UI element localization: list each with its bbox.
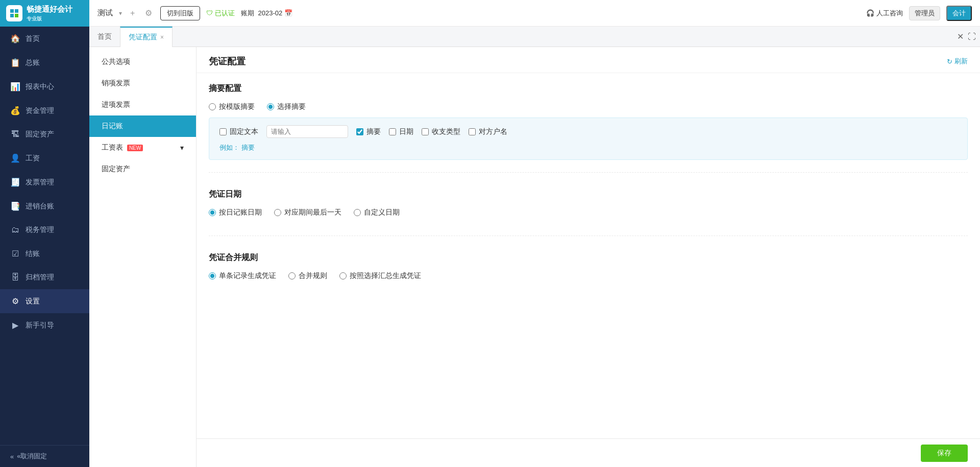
merge-option1-label: 单条记录生成凭证	[219, 271, 276, 281]
sidebar-unpin[interactable]: « «取消固定	[0, 445, 89, 467]
sidebar-scroll: 🏠 首页 📋 总账 📊 报表中心 💰 资金管理 🏗 固定资产 👤 工资 🧾 发票…	[0, 27, 89, 445]
income-checkbox[interactable]	[422, 128, 429, 135]
counterpart-checkbox-label[interactable]: 对方户名	[469, 127, 507, 136]
sidebar-item-invoice[interactable]: 🧾 发票管理	[0, 170, 89, 194]
example-text: 例如： 摘要	[219, 143, 957, 152]
svg-rect-0	[10, 9, 14, 13]
tab-config-label: 凭证配置	[129, 33, 157, 42]
period-label: 账期 2023-02 📅	[241, 9, 292, 18]
summary-options: 按模版摘要 选择摘要	[209, 102, 968, 111]
merge-radio1[interactable]	[209, 272, 216, 279]
date-checkbox-label[interactable]: 日期	[389, 127, 413, 136]
counterpart-checkbox-label-text: 对方户名	[479, 127, 507, 136]
sidebar-item-report[interactable]: 📊 报表中心	[0, 75, 89, 99]
nav-payroll[interactable]: 工资表 NEW ▾	[89, 137, 196, 158]
nav-payroll-label: 工资表	[102, 143, 123, 151]
summary-option2-label: 选择摘要	[277, 102, 306, 111]
merge-option1[interactable]: 单条记录生成凭证	[209, 271, 276, 281]
summary-checkbox-label[interactable]: 摘要	[356, 127, 381, 136]
tab-config-close[interactable]: ×	[160, 34, 164, 41]
summary-title: 摘要配置	[209, 83, 968, 94]
income-checkbox-label[interactable]: 收支类型	[422, 127, 460, 136]
merge-radio2[interactable]	[288, 272, 296, 279]
sidebar-label-settings: 设置	[26, 297, 40, 306]
fixed-text-input[interactable]	[266, 125, 348, 138]
close-main-icon[interactable]: ✕	[957, 32, 964, 41]
sidebar-item-archive[interactable]: 🗄 归档管理	[0, 266, 89, 289]
date-option1-label: 按日记账日期	[219, 208, 262, 217]
nav-sales[interactable]: 销项发票	[89, 73, 196, 94]
accountant-button[interactable]: 会计	[946, 6, 972, 21]
date-option2[interactable]: 对应期间最后一天	[274, 208, 341, 217]
company-dropdown-icon[interactable]: ▾	[119, 10, 122, 17]
bottom-bar: 保存	[197, 438, 980, 467]
settings-gear-icon[interactable]: ⚙	[143, 6, 154, 20]
assets-icon: 🏗	[10, 130, 20, 139]
summary-option2[interactable]: 选择摘要	[267, 102, 306, 111]
date-option3[interactable]: 自定义日期	[354, 208, 400, 217]
sidebar-label-invoice: 发票管理	[26, 178, 54, 187]
switch-old-button[interactable]: 切到旧版	[160, 6, 200, 20]
sidebar-item-settings[interactable]: ⚙ 设置	[0, 289, 89, 313]
refresh-label: 刷新	[954, 57, 968, 66]
sidebar-item-trade[interactable]: 📑 进销台账	[0, 194, 89, 218]
summary-radio1[interactable]	[209, 103, 216, 110]
sidebar-item-ledger[interactable]: 📋 总账	[0, 51, 89, 75]
fixed-text-checkbox[interactable]	[219, 128, 227, 135]
svg-rect-3	[15, 14, 18, 17]
sidebar-item-capital[interactable]: 💰 资金管理	[0, 99, 89, 123]
admin-button[interactable]: 管理员	[909, 6, 940, 20]
date-option1[interactable]: 按日记账日期	[209, 208, 262, 217]
summary-checkbox[interactable]	[356, 128, 363, 135]
summary-radio2[interactable]	[267, 103, 274, 110]
sidebar-item-salary[interactable]: 👤 工资	[0, 146, 89, 170]
sidebar-item-assets[interactable]: 🏗 固定资产	[0, 123, 89, 146]
merge-title: 凭证合并规则	[209, 252, 968, 263]
nav-purchase[interactable]: 进项发票	[89, 94, 196, 115]
date-options: 按日记账日期 对应期间最后一天 自定义日期	[209, 208, 968, 217]
fullscreen-icon[interactable]: ⛶	[968, 32, 976, 41]
save-button[interactable]: 保存	[921, 445, 968, 462]
refresh-button[interactable]: ↻ 刷新	[947, 57, 968, 66]
sidebar-logo: 畅捷通好会计 专业版	[0, 0, 89, 27]
add-button[interactable]: +	[128, 7, 137, 20]
counterpart-checkbox[interactable]	[469, 128, 476, 135]
merge-option2[interactable]: 合并规则	[288, 271, 327, 281]
report-icon: 📊	[10, 82, 20, 91]
closing-icon: ☑	[10, 249, 20, 259]
sidebar-item-guide[interactable]: ▶ 新手引导	[0, 313, 89, 337]
example-value: 摘要	[241, 144, 255, 151]
nav-fixed[interactable]: 固定资产	[89, 158, 196, 180]
summary-section: 摘要配置 按模版摘要 选择摘要	[209, 83, 968, 173]
sidebar-item-closing[interactable]: ☑ 结账	[0, 242, 89, 266]
date-radio2[interactable]	[274, 209, 281, 216]
tab-home[interactable]: 首页	[89, 27, 120, 47]
merge-option3[interactable]: 按照选择汇总生成凭证	[339, 271, 421, 281]
consult-button[interactable]: 🎧 人工咨询	[866, 9, 903, 18]
tab-config[interactable]: 凭证配置 ×	[120, 27, 173, 47]
summary-option1[interactable]: 按模版摘要	[209, 102, 255, 111]
page-title: 凭证配置	[209, 55, 246, 67]
sidebar-label-assets: 固定资产	[26, 130, 54, 139]
merge-option2-label: 合并规则	[299, 271, 327, 281]
nav-journal[interactable]: 日记账	[89, 115, 196, 137]
verified-label: 已认证	[215, 9, 235, 18]
nav-public-label: 公共选项	[102, 57, 130, 65]
date-radio3[interactable]	[354, 209, 361, 216]
nav-journal-label: 日记账	[102, 122, 123, 130]
fixed-text-checkbox-label[interactable]: 固定文本	[219, 127, 258, 136]
sidebar-item-home[interactable]: 🏠 首页	[0, 27, 89, 51]
nav-fixed-label: 固定资产	[102, 165, 130, 173]
svg-rect-2	[10, 14, 14, 17]
content-area: 公共选项 销项发票 进项发票 日记账 工资表 NEW ▾ 固定资产	[89, 47, 980, 467]
sidebar-label-ledger: 总账	[26, 58, 40, 67]
date-radio1[interactable]	[209, 209, 216, 216]
shield-icon: 🛡	[206, 9, 213, 17]
sidebar-item-tax[interactable]: 🗂 税务管理	[0, 218, 89, 242]
summary-sub-row: 固定文本 摘要 日期	[219, 125, 957, 138]
date-checkbox[interactable]	[389, 128, 396, 135]
merge-radio3[interactable]	[339, 272, 347, 279]
tab-home-label: 首页	[97, 32, 112, 41]
nav-public[interactable]: 公共选项	[89, 51, 196, 73]
nav-payroll-label-container: 工资表 NEW	[102, 143, 143, 152]
